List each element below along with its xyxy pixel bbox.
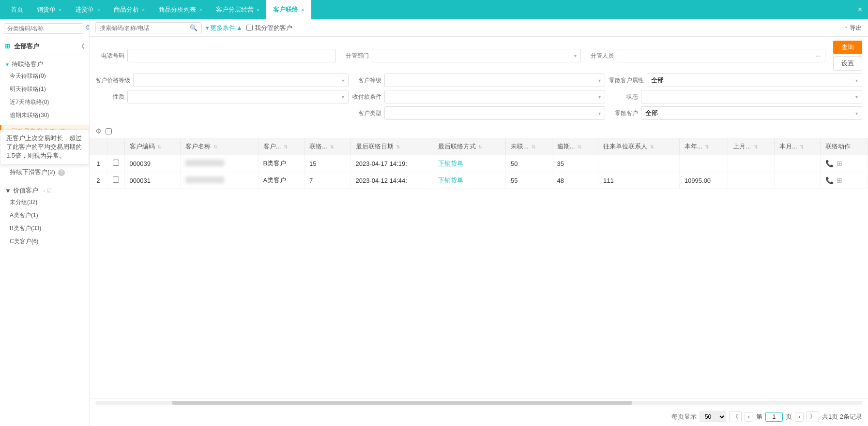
row1-actions: 📞 ⊞ — [821, 155, 868, 172]
customer-search-input[interactable] — [100, 25, 188, 31]
row2-last-method[interactable]: 下销货单 — [433, 172, 505, 189]
customer-type-field: 客户类型 ▾ — [352, 106, 606, 120]
uncontacted-sort-icon: ⇅ — [532, 144, 535, 149]
row2-checkbox[interactable] — [113, 176, 119, 183]
filter-icon: ▾ — [206, 24, 209, 31]
nav-customer-contact[interactable]: 客户联络 × — [266, 0, 311, 19]
query-button[interactable]: 查询 — [833, 41, 862, 54]
nav-home[interactable]: 首页 — [4, 0, 30, 19]
sidebar-item-tomorrow-pending[interactable]: 明天待联络(1) — [0, 83, 89, 96]
first-page-button[interactable]: 《 — [729, 411, 742, 422]
sidebar-collapse-button[interactable]: 《 — [78, 43, 84, 51]
th-name[interactable]: 客户名称 ⇅ — [181, 138, 258, 155]
row2-this-year: 10995.00 — [679, 172, 728, 189]
th-last-month[interactable]: 上月... ⇅ — [728, 138, 774, 155]
row2-this-month — [774, 172, 820, 189]
retail-attr-select[interactable]: 全部 ▾ — [647, 73, 862, 87]
nav-product-analysis-close[interactable]: × — [142, 7, 145, 13]
filter-row-2: 客户价格等级 ▾ 客户等级 ▾ 零散客户属性 全部 — [95, 73, 862, 87]
status-select[interactable]: ▾ — [641, 90, 862, 103]
row2-more-icon[interactable]: ⊞ — [837, 176, 842, 184]
phone-input[interactable] — [127, 49, 336, 62]
sidebar-item-a-class[interactable]: A类客户(1) — [0, 209, 89, 222]
prev-page-button[interactable]: ‹ — [745, 412, 753, 422]
per-page-select[interactable]: 50 100 200 — [700, 411, 726, 422]
sidebar-search-icon[interactable]: 🔍 — [85, 25, 90, 32]
nav-product-analysis[interactable]: 商品分析 × — [107, 0, 152, 19]
dept-select[interactable]: ▾ — [372, 49, 580, 62]
export-button[interactable]: ↑ 导出 — [845, 24, 863, 32]
th-actions: 联络动作 — [821, 138, 868, 155]
sidebar-item-b-class[interactable]: B类客户(33) — [0, 222, 89, 235]
table-row: 1 000039 B类客户 15 2023-04-17 14:19: 下 — [90, 155, 868, 172]
row1-this-year — [679, 155, 728, 172]
th-unit-contacts[interactable]: 往来单位联系人 ⇅ — [598, 138, 680, 155]
sidebar-item-ungrouped[interactable]: 未分组(32) — [0, 196, 89, 209]
settings-button[interactable]: 设置 — [833, 56, 862, 71]
row1-more-icon[interactable]: ⊞ — [837, 160, 842, 167]
declining-help-icon[interactable]: ? — [58, 169, 65, 176]
th-overdue[interactable]: 逾期... ⇅ — [552, 138, 598, 155]
th-last-method[interactable]: 最后联络方式 ⇅ — [433, 138, 505, 155]
price-level-select[interactable]: ▾ — [133, 73, 349, 87]
manager-multi-input[interactable]: ··· — [617, 49, 825, 62]
sidebar-item-today-pending[interactable]: 今天待联络(0) — [0, 70, 89, 83]
th-contact[interactable]: 联络... ⇅ — [305, 138, 350, 155]
row1-last-method[interactable]: 下销货单 — [433, 155, 505, 172]
value-edit-icons[interactable]: ○ ☑ — [42, 188, 52, 194]
nav-sales-order-close[interactable]: × — [59, 7, 61, 13]
sidebar-item-7day-pending[interactable]: 近7天待联络(0) — [0, 96, 89, 109]
row2-last-month — [728, 172, 774, 189]
sidebar-item-c-class[interactable]: C类客户(6) — [0, 235, 89, 248]
sidebar-item-overdue[interactable]: 逾期未联络(30) — [0, 109, 89, 122]
horizontal-scrollbar-thumb[interactable] — [172, 401, 632, 405]
th-code[interactable]: 客户编码 ⇅ — [124, 138, 181, 155]
table-body: 1 000039 B类客户 15 2023-04-17 14:19: 下 — [90, 155, 868, 189]
my-customers-checkbox[interactable] — [246, 25, 253, 31]
window-close-button[interactable]: × — [858, 5, 862, 14]
row2-phone-icon[interactable]: 📞 — [825, 176, 834, 184]
row1-phone-icon[interactable]: 📞 — [825, 160, 834, 167]
left-sidebar: 🔍 ⊞ 全部客户 《 ▼ 待联络客户 今天待联络(0) 明天待联络(1) 近7天… — [0, 19, 90, 426]
more-conditions-button[interactable]: ▾ 更多条件 ▲ — [206, 24, 243, 32]
customer-search-icon[interactable]: 🔍 — [190, 24, 198, 31]
nav-purchase-order[interactable]: 进货单 × — [68, 0, 107, 19]
th-last-date[interactable]: 最后联络日期 ⇅ — [350, 138, 433, 155]
payment-select[interactable]: ▾ — [384, 90, 606, 103]
price-level-chevron-icon: ▾ — [342, 78, 344, 83]
nav-product-analysis-list[interactable]: 商品分析列表 × — [152, 0, 209, 19]
row1-checkbox[interactable] — [113, 160, 119, 166]
nav-customer-contact-close[interactable]: × — [301, 7, 304, 13]
nav-customer-layered-close[interactable]: × — [257, 7, 259, 13]
nature-select[interactable]: ▾ — [127, 90, 349, 103]
th-this-month[interactable]: 本月... ⇅ — [774, 138, 820, 155]
sidebar-search-input[interactable] — [4, 23, 83, 34]
row2-level: A类客户 — [258, 172, 304, 189]
horizontal-scrollbar[interactable] — [95, 401, 862, 405]
customer-type-select[interactable]: ▾ — [384, 106, 606, 120]
retail-customer-select[interactable]: 全部 ▾ — [641, 106, 862, 120]
code-sort-icon: ⇅ — [157, 144, 161, 149]
my-customers-checkbox-area: 我分管的客户 — [246, 24, 292, 32]
sidebar-item-declining[interactable]: 持续下滑客户(2) ? — [0, 165, 89, 179]
last-page-button[interactable]: 》 — [807, 411, 819, 422]
th-level[interactable]: 客户... ⇅ — [258, 138, 304, 155]
nav-customer-layered[interactable]: 客户分层经营 × — [209, 0, 266, 19]
customer-search-box: 🔍 — [95, 22, 202, 33]
status-field: 状态 ▾ — [609, 90, 862, 103]
dept-chevron-icon: ▾ — [574, 53, 577, 59]
customer-level-select[interactable]: ▾ — [384, 73, 606, 87]
filter-row-1: 电话号码 分管部门 ▾ 分管人员 ··· 查询 — [95, 41, 862, 71]
row2-actions: 📞 ⊞ — [821, 172, 868, 189]
th-this-year[interactable]: 本年... ⇅ — [679, 138, 728, 155]
table-select-all-checkbox[interactable] — [106, 128, 112, 134]
nav-product-analysis-list-close[interactable]: × — [199, 7, 202, 13]
nav-purchase-order-close[interactable]: × — [97, 7, 100, 13]
table-settings-gear-icon[interactable]: ⚙ — [95, 127, 102, 135]
next-page-button[interactable]: › — [795, 412, 804, 422]
current-page-input[interactable] — [765, 412, 783, 422]
last-month-sort-icon: ⇅ — [754, 144, 758, 149]
nav-sales-order[interactable]: 销货单 × — [30, 0, 68, 19]
row2-overdue: 48 — [552, 172, 598, 189]
th-uncontacted[interactable]: 未联... ⇅ — [506, 138, 552, 155]
